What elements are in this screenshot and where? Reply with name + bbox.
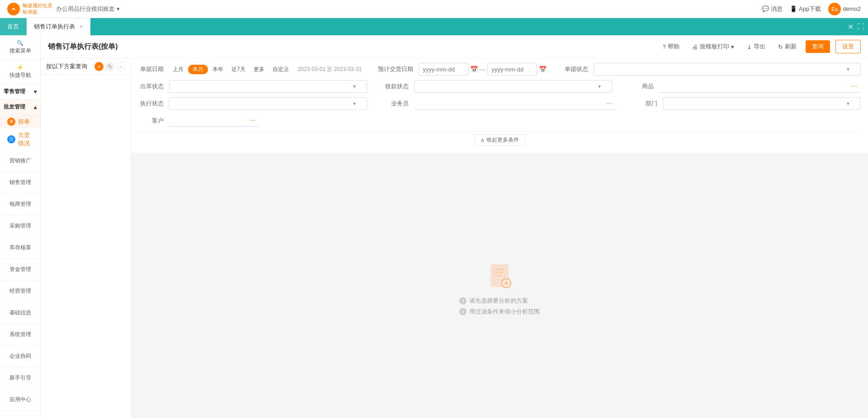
salesperson-more-icon[interactable]: ··· [604,100,614,108]
sidebar-sub-item-shortage[interactable]: 欠 欠货情况 [0,128,40,150]
export-button[interactable]: ⤓ 导出 [743,41,769,52]
sidebar-item-operations[interactable]: 经营管理 [0,280,40,302]
status-label: 单据状态 [563,65,588,73]
sidebar-sub-item-by-order[interactable]: 单 按单 [0,115,40,128]
date-opt-7days[interactable]: 近7天 [228,65,249,74]
svg-rect-4 [494,275,501,276]
sidebar-item-finance[interactable]: 资金管理 [0,259,40,280]
by-order-icon: 单 [7,118,15,126]
header-right: 💬 消息 📱 App下载 Ea demo2 [762,3,861,15]
filter-area: 单据日期 上月 本月 本年 近7天 更多 自定义 2023-03-01 至 20… [131,58,868,153]
sidebar-item-onboarding[interactable]: 新手引导 [0,367,40,389]
calendar-end-icon[interactable]: 📅 [539,66,547,73]
message-button[interactable]: 💬 消息 [762,5,783,13]
sidebar-item-app-center[interactable]: 应用中心 [0,389,40,411]
tab-close-window-icon[interactable]: ✕ [848,23,854,31]
scheme-panel: 按以下方案查询 + ✎ « [41,58,131,418]
sidebar: 🔍 搜索菜单 ⚡ 快捷导航 零售管理 ▾ 批发管理 ▴ 单 按单 欠 欠货情况 … [0,35,41,418]
sidebar-item-purchase[interactable]: 采购管理 [0,215,40,237]
filter-row-4: 客户 ··· [138,114,861,127]
tab-expand-icon[interactable]: ⛶ [857,23,864,31]
date-opt-more[interactable]: 更多 [250,65,268,74]
logo-area: 畅捷通好生意 标准版 [7,3,52,15]
tab-bar-actions: ✕ ⛶ [848,23,868,31]
status-dropdown[interactable]: ▾ [594,63,861,76]
customer-input[interactable] [171,114,248,126]
status-arrow-icon: ▾ [847,66,849,72]
date-label: 单据日期 [138,65,164,73]
sidebar-item-quick-nav[interactable]: ⚡ 快捷导航 [0,60,40,84]
help-icon: ? [663,43,666,50]
calendar-start-icon[interactable]: 📅 [470,66,478,73]
sidebar-item-inventory[interactable]: 库存核算 [0,237,40,259]
execution-arrow-icon: ▾ [353,100,356,107]
empty-illustration [481,255,518,291]
sidebar-item-marketing[interactable]: 营销推广 [0,150,40,172]
main-filter-results: 单据日期 上月 本月 本年 近7天 更多 自定义 2023-03-01 至 20… [131,58,868,418]
date-opt-this-month[interactable]: 本月 [188,65,208,74]
payment-arrow-icon: ▾ [598,83,601,90]
right-content: 销售订单执行表(按单) ? 帮助 🖨 按模板打印 ▾ ⤓ 导出 ↻ 刷新 [41,35,868,418]
scheme-add-button[interactable]: + [94,62,104,71]
tab-active[interactable]: 销售订单执行表 × [27,18,90,35]
tab-home[interactable]: 首页 [0,18,27,35]
product-more-icon[interactable]: ··· [849,82,859,90]
status-select-wrapper: ▾ [594,63,861,76]
tab-close-icon[interactable]: × [80,24,83,30]
delivery-status-wrapper: ▾ [169,80,367,93]
sidebar-item-sales[interactable]: 销售管理 [0,172,40,194]
sidebar-item-collaboration[interactable]: 企业协同 [0,346,40,367]
user-profile-button[interactable]: Ea demo2 [828,3,861,15]
refresh-icon: ↻ [778,43,783,50]
sidebar-item-system[interactable]: 系统管理 [0,324,40,346]
template-print-button[interactable]: 🖨 按模板打印 ▾ [689,41,738,52]
refresh-button[interactable]: ↻ 刷新 [774,41,800,52]
print-icon: 🖨 [692,43,698,50]
empty-hint-1: 1 请先选择要分析的方案 [459,297,540,305]
empty-state: 1 请先选择要分析的方案 2 用过滤条件来缩小分析范围 [459,255,540,316]
svg-rect-2 [494,269,505,270]
date-opt-this-year[interactable]: 本年 [209,65,227,74]
sidebar-item-retail[interactable]: 零售管理 ▾ [0,84,40,100]
execution-status-dropdown[interactable]: ▾ [169,97,367,110]
sidebar-item-basic-info[interactable]: 基础信息 [0,302,40,324]
delivery-status-label: 出库状态 [138,82,164,90]
breadcrumb[interactable]: 办公用品行业模拟账套 ▾ [56,5,120,13]
scheme-collapse-button[interactable]: « [116,62,125,71]
help-button[interactable]: ? 帮助 [659,41,683,52]
delivery-status-dropdown[interactable]: ▾ [169,80,367,93]
product-input[interactable] [661,81,849,92]
empty-hints: 1 请先选择要分析的方案 2 用过滤条件来缩小分析范围 [459,297,540,316]
expected-date-end-input[interactable] [487,63,537,76]
date-opt-prev-month[interactable]: 上月 [169,65,187,74]
logo-text: 畅捷通好生意 标准版 [23,3,52,14]
salesperson-input[interactable] [416,98,604,109]
department-label: 部门 [632,100,657,108]
sidebar-item-enterprise-wechat[interactable]: 企业微信 [0,411,40,418]
expected-date-start-input[interactable] [419,63,468,76]
collapse-button[interactable]: ∧ 收起更多条件 [475,134,525,146]
filter-row-2: 出库状态 ▾ 收款状态 ▾ [138,80,861,93]
query-button[interactable]: 查询 [806,40,830,53]
scheme-header: 按以下方案查询 + ✎ « [41,58,131,75]
hint-num-1: 1 [459,297,467,304]
sidebar-item-wholesale[interactable]: 批发管理 ▴ [0,100,40,115]
department-dropdown[interactable]: ▾ [663,97,861,110]
app-download-button[interactable]: 📱 App下载 [790,5,821,13]
scheme-edit-button[interactable]: ✎ [105,62,114,71]
page-actions: ? 帮助 🖨 按模板打印 ▾ ⤓ 导出 ↻ 刷新 查询 [659,40,861,53]
expected-date-range: 📅 — 📅 [419,63,547,76]
svg-rect-3 [494,272,503,273]
payment-status-label: 收款状态 [383,82,409,90]
settings-button[interactable]: 设置 [835,40,861,53]
customer-more-icon[interactable]: ··· [248,116,258,124]
breadcrumb-arrow-icon: ▾ [117,5,120,12]
sidebar-item-ecommerce[interactable]: 电商管理 [0,194,40,215]
payment-status-wrapper: ▾ [414,80,612,93]
department-arrow-icon: ▾ [847,100,849,107]
download-icon: 📱 [790,5,797,12]
expected-date-label: 预计交货日期 [378,65,413,73]
sidebar-item-search[interactable]: 🔍 搜索菜单 [0,35,40,60]
payment-status-dropdown[interactable]: ▾ [414,80,612,93]
date-opt-custom[interactable]: 自定义 [269,65,292,74]
